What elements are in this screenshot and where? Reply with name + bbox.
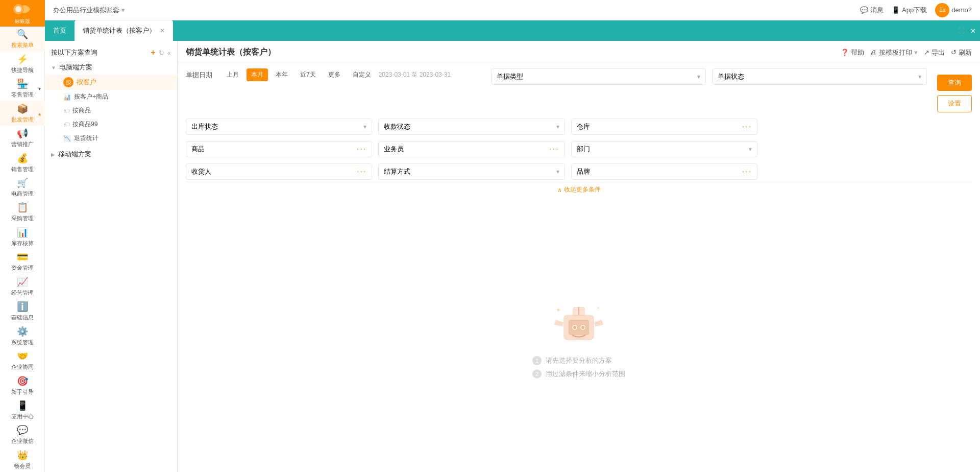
payment-field[interactable]: 结算方式 ▾: [378, 163, 565, 180]
sidebar-item-purchase[interactable]: 📋 采购管理: [0, 200, 45, 224]
guide-icon: 🎯: [17, 375, 28, 387]
query-button[interactable]: 查询: [937, 75, 972, 91]
svg-text:✦: ✦: [556, 306, 561, 314]
settings-button[interactable]: 设置: [937, 95, 972, 112]
scheme-by-customer[interactable]: 按 按客户: [45, 75, 177, 90]
tabbar: 首页 销货单统计表（按客户） ✕ ⛶ ✕: [45, 20, 980, 41]
wechat-icon: 💬: [17, 424, 28, 436]
logo-text: 标账版: [15, 18, 30, 25]
brand-more-icon[interactable]: ···: [742, 167, 752, 176]
department-label: 部门: [577, 145, 590, 154]
logo-icon: [12, 2, 33, 17]
desktop-section-label: 电脑端方案: [59, 63, 92, 72]
salesperson-field[interactable]: 业务员 ···: [378, 141, 565, 157]
goods-field[interactable]: 商品 ···: [186, 141, 372, 157]
out-status-field[interactable]: 出库状态 ▾: [186, 119, 372, 135]
goods-more-icon[interactable]: ···: [357, 145, 366, 154]
sidebar-item-base[interactable]: ℹ️ 基础信息: [0, 299, 45, 323]
customer-scheme-icon: 按: [63, 77, 74, 87]
collapse-panel-btn[interactable]: «: [167, 49, 171, 57]
sidebar-item-system[interactable]: ⚙️ 系统管理: [0, 323, 45, 348]
add-scheme-btn[interactable]: +: [151, 48, 155, 57]
sidebar-item-member[interactable]: 👑 畅会员: [0, 447, 45, 472]
brand-field[interactable]: 品牌 ···: [571, 163, 757, 180]
scheme-by-customer-goods[interactable]: 📊 按客户+商品: [45, 90, 177, 104]
empty-tip-1: 1 请先选择要分析的方案: [532, 356, 625, 365]
sidebar-item-wechat[interactable]: 💬 企业微信: [0, 422, 45, 447]
enterprise-icon: 🤝: [17, 350, 28, 362]
inventory-icon: 📊: [17, 227, 28, 238]
last-7-days-btn[interactable]: 近7天: [296, 68, 321, 81]
current-month-btn[interactable]: 本月: [247, 68, 268, 81]
user-menu[interactable]: Ea demo2: [935, 3, 972, 17]
warehouse-more-icon[interactable]: ···: [742, 122, 752, 131]
sidebar-item-appcenter[interactable]: 📱 应用中心: [0, 398, 45, 422]
custom-date-btn[interactable]: 自定义: [348, 68, 376, 81]
lightning-icon: ⚡: [17, 54, 28, 65]
filter-action-buttons: 查询 设置: [933, 68, 972, 112]
doc-type-field[interactable]: 单据类型 ▾: [491, 68, 706, 85]
help-btn[interactable]: ❓ 帮助: [841, 48, 864, 57]
sidebar-item-marketing[interactable]: 📢 营销推广: [0, 126, 45, 150]
print-dropdown-icon: ▾: [914, 49, 918, 56]
chart-icon-1: 📊: [63, 93, 71, 101]
sidebar-item-newbie[interactable]: 🎯 新手引导: [0, 373, 45, 397]
refresh-btn[interactable]: ↺ 刷新: [951, 48, 972, 57]
maximize-icon[interactable]: ⛶: [958, 27, 970, 34]
sidebar-item-finance[interactable]: 💳 资金管理: [0, 249, 45, 274]
doc-status-field[interactable]: 单据状态 ▾: [712, 68, 927, 85]
marketing-icon: 📢: [17, 128, 28, 139]
sidebar-item-search[interactable]: 🔍 搜索菜单: [0, 27, 45, 51]
doc-status-label: 单据状态: [718, 72, 744, 81]
export-icon: ↗: [924, 49, 929, 56]
out-status-label: 出库状态: [191, 122, 218, 131]
tag-icon-1: 🏷: [63, 107, 69, 114]
more-date-btn[interactable]: 更多: [324, 68, 345, 81]
sidebar-item-quick-nav[interactable]: ⚡ 快捷导航: [0, 52, 45, 76]
out-status-dropdown-icon: ▾: [363, 123, 366, 130]
sidebar-item-wholesale[interactable]: 📦 批发管理 ▴: [0, 101, 45, 125]
collapse-up-icon: ∧: [557, 186, 562, 194]
sidebar-item-retail[interactable]: 🏪 零售管理 ▾: [0, 76, 45, 101]
warehouse-field[interactable]: 仓库 ···: [571, 119, 757, 135]
sidebar-item-operations[interactable]: 📈 经营管理: [0, 274, 45, 299]
tab-close-icon[interactable]: ✕: [160, 27, 165, 34]
tag-icon-2: 🏷: [63, 121, 69, 128]
receiver-more-icon[interactable]: ···: [357, 167, 366, 176]
tree-section-desktop[interactable]: ▼ 电脑端方案: [45, 60, 177, 75]
tree-section-mobile[interactable]: ▶ 移动端方案: [45, 147, 177, 161]
sidebar-item-enterprise[interactable]: 🤝 企业协同: [0, 348, 45, 373]
sidebar-item-inventory[interactable]: 📊 库存核算: [0, 225, 45, 249]
export-btn[interactable]: ↗ 导出: [924, 48, 945, 57]
message-btn[interactable]: 💬 消息: [860, 6, 884, 15]
right-panel: 销货单统计表（按客户） ❓ 帮助 🖨 按模板打印 ▾ ↗ 导出: [178, 41, 980, 472]
sidebar-item-ecommerce[interactable]: 🛒 电商管理: [0, 175, 45, 200]
department-field[interactable]: 部门 ▾: [571, 141, 757, 157]
collapse-filter-btn[interactable]: ∧ 收起更多条件: [186, 182, 972, 197]
sidebar: 标账版 🔍 搜索菜单 ⚡ 快捷导航 🏪 零售管理 ▾ 📦 批发管理 ▴ 📢 营销…: [0, 0, 45, 472]
warehouse-label: 仓库: [577, 122, 590, 131]
sidebar-item-sales[interactable]: 💰 销售管理: [0, 150, 45, 175]
triangle-down-icon: ▼: [51, 65, 56, 70]
question-icon: ❓: [841, 49, 849, 56]
receiver-field[interactable]: 收货人 ···: [186, 163, 372, 180]
salesperson-label: 业务员: [384, 145, 404, 154]
company-selector[interactable]: 办公用品行业模拟账套 ▾: [53, 6, 125, 15]
tab-home[interactable]: 首页: [45, 20, 75, 41]
print-btn[interactable]: 🖨 按模板打印 ▾: [870, 48, 918, 57]
scheme-by-goods-99[interactable]: 🏷 按商品99: [45, 117, 177, 131]
scheme-by-goods[interactable]: 🏷 按商品: [45, 104, 177, 117]
receipt-status-dropdown-icon: ▾: [556, 123, 559, 130]
refresh-scheme-btn[interactable]: ↻: [159, 49, 164, 57]
close-window-icon[interactable]: ✕: [970, 27, 980, 35]
current-year-btn[interactable]: 本年: [271, 68, 292, 81]
tab-report[interactable]: 销货单统计表（按客户） ✕: [75, 20, 173, 41]
retail-icon: 🏪: [17, 78, 28, 89]
app-download-btn[interactable]: 📱 App下载: [892, 6, 927, 15]
scheme-return-stats[interactable]: 📉 退货统计: [45, 131, 177, 145]
department-dropdown-icon: ▾: [749, 146, 752, 153]
purchase-icon: 📋: [17, 202, 28, 213]
receipt-status-field[interactable]: 收款状态 ▾: [378, 119, 565, 135]
salesperson-more-icon[interactable]: ···: [549, 145, 559, 154]
last-month-btn[interactable]: 上月: [222, 68, 243, 81]
